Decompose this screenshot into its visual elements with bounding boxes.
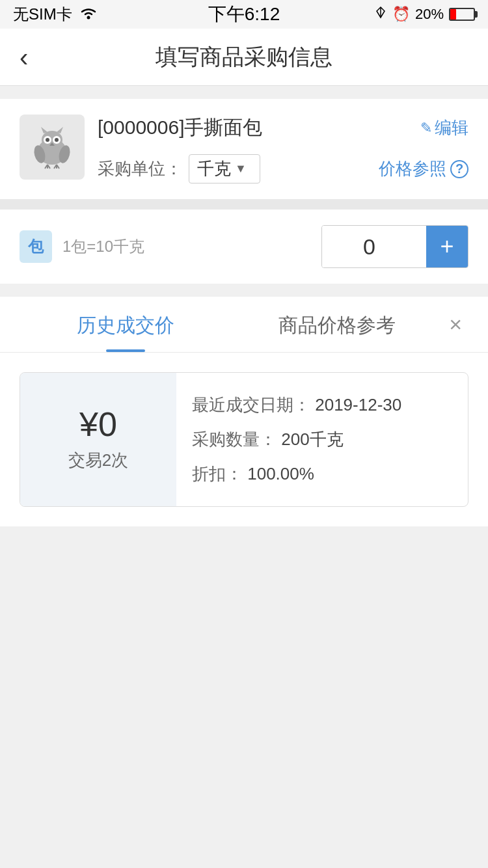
- status-bar: 无SIM卡 下午6:12 ⏰ 20%: [0, 0, 488, 29]
- product-section: [0000006]手撕面包 ✎ 编辑 采购单位： 千克 ▼ 价格参照: [0, 99, 488, 199]
- purchase-qty-label: 采购数量：: [192, 429, 277, 449]
- tab-history-price-label: 历史成交价: [77, 314, 174, 336]
- svg-point-8: [46, 138, 49, 142]
- unit-select-dropdown[interactable]: 千克 ▼: [189, 154, 260, 183]
- price-card-right: 最近成交日期： 2019-12-30 采购数量： 200千克 折扣： 100.0…: [176, 373, 468, 506]
- price-ref-label: 价格参照: [379, 157, 446, 180]
- unit-label: 采购单位： 千克 ▼: [98, 154, 260, 183]
- status-left: 无SIM卡: [13, 4, 98, 25]
- quantity-plus-button[interactable]: +: [426, 226, 468, 267]
- transaction-count: 交易2次: [68, 449, 128, 472]
- product-info: [0000006]手撕面包 ✎ 编辑 采购单位： 千克 ▼ 价格参照: [98, 115, 468, 183]
- quantity-input[interactable]: [322, 226, 426, 267]
- nav-bar: ‹ 填写商品采购信息: [0, 29, 488, 86]
- svg-marker-5: [57, 127, 63, 133]
- discount-value: 100.00%: [247, 464, 314, 483]
- price-card-container: ¥0 交易2次 最近成交日期： 2019-12-30 采购数量： 200千克 折…: [0, 353, 488, 526]
- discount-row: 折扣： 100.00%: [192, 461, 452, 487]
- location-icon: [374, 6, 387, 23]
- quantity-unit-badge: 包: [20, 230, 52, 263]
- page-title: 填写商品采购信息: [156, 42, 332, 72]
- svg-point-0: [87, 16, 90, 20]
- dropdown-arrow-icon: ▼: [235, 162, 247, 176]
- unit-value: 千克: [197, 157, 231, 180]
- price-display: ¥0: [79, 407, 117, 441]
- alarm-icon: ⏰: [392, 6, 410, 23]
- price-value: 0: [98, 405, 117, 443]
- back-button[interactable]: ‹: [20, 44, 28, 70]
- recent-date-value: 2019-12-30: [315, 395, 401, 414]
- currency-symbol: ¥: [79, 405, 98, 443]
- quantity-section: 包 1包=10千克 +: [0, 210, 488, 284]
- battery-icon: [449, 8, 475, 21]
- tab-close-button[interactable]: ×: [442, 299, 468, 350]
- edit-button[interactable]: ✎ 编辑: [420, 116, 468, 139]
- status-right: ⏰ 20%: [374, 6, 475, 23]
- product-name: [0000006]手撕面包: [98, 115, 262, 141]
- edit-label: 编辑: [435, 116, 468, 139]
- price-reference-link[interactable]: 价格参照 ?: [379, 157, 468, 180]
- plus-icon: +: [440, 233, 454, 260]
- product-thumbnail: [20, 115, 85, 180]
- edit-icon: ✎: [420, 120, 432, 137]
- tab-product-price-ref-label: 商品价格参考: [278, 314, 396, 336]
- tab-product-price-ref[interactable]: 商品价格参考: [231, 297, 442, 352]
- price-card: ¥0 交易2次 最近成交日期： 2019-12-30 采购数量： 200千克 折…: [20, 372, 468, 507]
- help-icon: ?: [450, 160, 468, 178]
- bottom-area: [0, 526, 488, 868]
- carrier-label: 无SIM卡: [13, 4, 72, 25]
- section-divider: [0, 199, 488, 210]
- tab-header: 历史成交价 商品价格参考 ×: [0, 297, 488, 353]
- recent-date-label: 最近成交日期：: [192, 395, 310, 414]
- purchase-qty-value: 200千克: [281, 429, 343, 449]
- battery-percent: 20%: [415, 6, 444, 23]
- status-time: 下午6:12: [208, 2, 280, 27]
- price-card-left: ¥0 交易2次: [20, 373, 176, 506]
- svg-point-9: [55, 138, 59, 142]
- discount-label: 折扣：: [192, 464, 243, 483]
- svg-marker-4: [41, 127, 47, 133]
- wifi-icon: [79, 5, 98, 23]
- recent-date-row: 最近成交日期： 2019-12-30: [192, 392, 452, 418]
- tab-section: 历史成交价 商品价格参考 × ¥0 交易2次 最近成交日期： 2019-12-3…: [0, 297, 488, 526]
- purchase-qty-row: 采购数量： 200千克: [192, 427, 452, 452]
- quantity-conversion: 1包=10千克: [62, 236, 144, 257]
- quantity-input-group: +: [321, 225, 468, 268]
- tab-history-price[interactable]: 历史成交价: [20, 297, 231, 352]
